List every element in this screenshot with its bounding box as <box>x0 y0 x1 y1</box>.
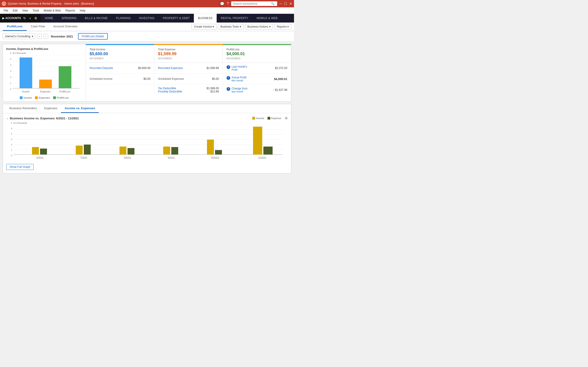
profit-loss-amount: $4,000.01 <box>226 51 287 56</box>
nav-planning[interactable]: PLANNING <box>112 14 135 23</box>
tab-income-vs-expenses[interactable]: Income vs. Expenses <box>61 104 99 113</box>
reports-btn[interactable]: Reports ▾ <box>274 24 291 29</box>
last-month-profit-amount: $2,372.03 <box>275 67 287 70</box>
top-section: Income, Expenses & Profit/Loss 6 5 4 3 2… <box>3 44 291 102</box>
refresh-icon[interactable]: ↻ <box>22 16 27 20</box>
company-selector[interactable]: JoleneCo Consulting ▾ <box>3 33 35 39</box>
profit-loss-details-btn[interactable]: Profit/Loss Details <box>78 33 108 40</box>
last-month-profit-label: Last month's <box>232 65 247 68</box>
tab-expenses[interactable]: Expenses <box>41 104 61 113</box>
menu-file[interactable]: File <box>2 8 10 13</box>
chart2-header-right: Income Expense ⚙ <box>252 116 288 120</box>
nav-home[interactable]: HOME <box>41 14 57 23</box>
nav-rental-property[interactable]: RENTAL PROPERTY <box>217 14 252 23</box>
minimize-btn[interactable]: ─ <box>279 2 282 6</box>
search-box[interactable]: 🔍 <box>231 1 277 6</box>
menu-view[interactable]: View <box>20 8 30 13</box>
tab-cash-flow[interactable]: Cash Flow <box>27 23 49 31</box>
message-icon[interactable]: 💬 <box>220 2 225 6</box>
titlebar-left: Q Quicken Home, Business & Rental Proper… <box>2 2 94 6</box>
legend-expenses-color <box>35 96 38 99</box>
change-last-month-help-icon[interactable]: ? <box>226 87 230 91</box>
recorded-expenses-cell: Recorded Expenses $1,599.99 <box>154 63 223 73</box>
accounts-nav[interactable]: ▶ ACCOUNTS <box>2 17 21 20</box>
tax-deductible-amount: $1,586.00 <box>207 87 219 90</box>
tab-business-reminders[interactable]: Business Reminders <box>6 104 41 113</box>
actual-profit-sublabel: this month <box>232 79 247 82</box>
legend-income: Income <box>20 96 32 99</box>
recorded-deposits-link[interactable]: Recorded Deposits <box>90 67 113 70</box>
collapse-icon[interactable]: ⌄ <box>6 117 9 120</box>
actual-profit-label-group: Actual Profit this month <box>232 76 247 82</box>
nav-mobile-web[interactable]: MOBILE & WEB <box>252 14 282 23</box>
last-month-profit-sublabel: Profit <box>232 68 247 71</box>
svg-text:11/2021: 11/2021 <box>258 157 267 159</box>
restore-btn[interactable]: ☐ <box>284 2 287 6</box>
actual-profit-help-icon[interactable]: ? <box>226 76 230 80</box>
change-last-month-sublabel: last month <box>232 90 248 93</box>
business-tools-btn[interactable]: Business Tools ▾ <box>218 24 243 29</box>
bar-7-2021-expense <box>84 145 91 155</box>
svg-text:Profit/Loss: Profit/Loss <box>59 90 70 93</box>
nav-business[interactable]: BUSINESS <box>194 14 217 23</box>
change-last-month-label: Change from <box>232 87 248 90</box>
titlebar: Q Quicken Home, Business & Rental Proper… <box>0 0 294 7</box>
svg-text:Income: Income <box>22 90 30 93</box>
actual-profit-cell: ? Actual Profit this month $4,000.01 <box>223 74 291 84</box>
close-btn[interactable]: ✕ <box>289 2 292 6</box>
tax-deductible-labels: Tax Deductible Possibly Deductible <box>158 87 182 93</box>
chart2-gear-icon[interactable]: ⚙ <box>285 116 288 120</box>
scheduled-income-cell: Scheduled Income $0.00 <box>86 74 154 84</box>
change-last-month-label-group: Change from last month <box>232 87 248 93</box>
nav-property-debt[interactable]: PROPERTY & DEBT <box>159 14 194 23</box>
chart1-legend: Income Expenses Profit/Loss <box>6 96 82 99</box>
possibly-deductible-link[interactable]: Possibly Deductible <box>158 90 182 93</box>
tab-account-overview[interactable]: Account Overview <box>49 23 81 31</box>
chart2-title: Business Income vs. Expenses: 6/2021 - 1… <box>10 117 79 120</box>
legend-expenses-label: Expenses <box>39 96 50 99</box>
prev-month-btn[interactable]: ‹ <box>37 34 42 39</box>
menu-edit[interactable]: Edit <box>11 8 19 13</box>
chart2-title-row: ⌄ Business Income vs. Expenses: 6/2021 -… <box>6 117 79 120</box>
settings-icon[interactable]: ⚙ <box>33 16 38 20</box>
current-month: November 2021 <box>51 35 73 38</box>
subnav-buttons: Create Invoice ▾ Business Tools ▾ Busine… <box>191 24 291 29</box>
titlebar-right: 💬 ? 🔍 ─ ☐ ✕ <box>220 1 292 6</box>
menu-reports[interactable]: Reports <box>64 8 77 13</box>
help-icon[interactable]: ? <box>227 2 229 6</box>
nav-investing[interactable]: INVESTING <box>135 14 159 23</box>
profit-loss-label: Profit/Loss <box>226 48 287 51</box>
bottom-tabs: Business Reminders Expenses Income vs. E… <box>3 104 291 113</box>
nav-bills-income[interactable]: BILLS & INCOME <box>81 14 112 23</box>
show-full-graph-btn[interactable]: Show Full Graph <box>6 164 34 170</box>
recorded-expenses-link[interactable]: Recorded Expenses <box>158 67 183 70</box>
chart2-yaxis: 6 5 4 3 2 1 0 <box>6 122 12 157</box>
y-tick-5: 5 <box>6 58 11 60</box>
chart2-area: ⌄ Business Income vs. Expenses: 6/2021 -… <box>3 113 291 173</box>
legend2-income: Income <box>252 117 264 120</box>
search-input[interactable] <box>233 2 270 5</box>
actual-profit-amount: $4,000.01 <box>274 77 287 81</box>
legend2-income-color <box>252 117 255 120</box>
last-month-help-icon[interactable]: ? <box>226 65 230 69</box>
menu-help[interactable]: Help <box>78 8 87 13</box>
add-icon[interactable]: + <box>28 16 32 20</box>
legend2-expense-color <box>268 117 270 120</box>
legend-expenses: Expenses <box>35 96 50 99</box>
tax-deductible-link[interactable]: Tax Deductible <box>158 87 182 90</box>
business-actions-btn[interactable]: Business Actions ▾ <box>245 24 273 29</box>
subnav-tabs: Profit/Loss Cash Flow Account Overview <box>3 23 81 31</box>
company-dropdown-icon: ▾ <box>32 35 33 38</box>
tab-profit-loss[interactable]: Profit/Loss <box>3 23 27 31</box>
chart2-legend: Income Expense <box>252 117 281 120</box>
next-month-btn[interactable]: › <box>43 34 48 39</box>
scheduled-expenses-label: Scheduled Expenses <box>158 77 184 81</box>
accounts-label: ACCOUNTS <box>5 17 21 20</box>
y2-tick-2: 2 <box>6 143 12 146</box>
toolbar: JoleneCo Consulting ▾ ‹ › November 2021 … <box>0 31 294 42</box>
create-invoice-btn[interactable]: Create Invoice ▾ <box>191 24 217 29</box>
nav-spending[interactable]: SPENDING <box>57 14 81 23</box>
scheduled-expenses-amount: $0.00 <box>212 77 219 81</box>
menu-tools[interactable]: Tools <box>31 8 41 13</box>
menu-mobile-web[interactable]: Mobile & Web <box>42 8 63 13</box>
